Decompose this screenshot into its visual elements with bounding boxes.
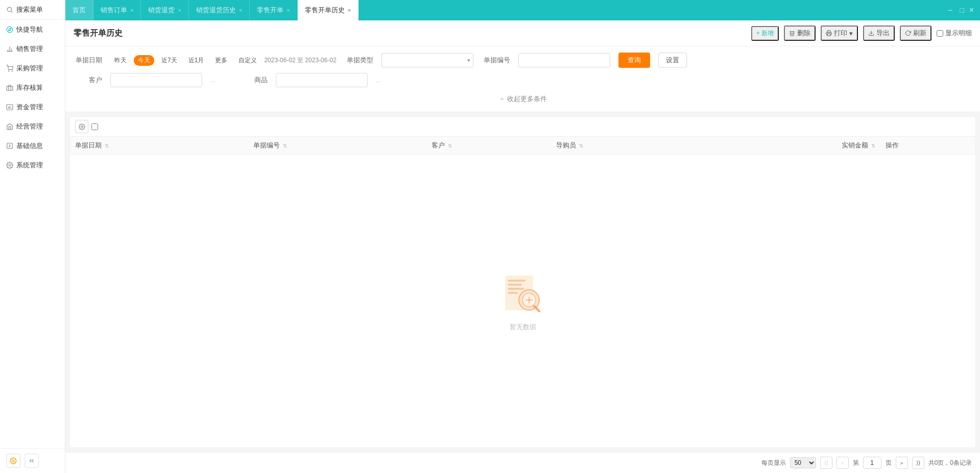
customer-label: 客户 xyxy=(74,76,102,85)
empty-icon xyxy=(497,270,548,316)
sidebar-item-purchase-mgmt[interactable]: 采购管理 xyxy=(0,59,65,78)
page-num-input[interactable] xyxy=(863,457,881,469)
query-button[interactable]: 查询 xyxy=(618,53,650,68)
page-size-select[interactable]: 50 10 20 100 xyxy=(790,457,816,468)
sidebar-item-sys-mgmt[interactable]: 系统管理 xyxy=(0,156,65,175)
display-detail-input[interactable] xyxy=(937,30,943,37)
tab-home[interactable]: 首页 xyxy=(65,0,93,20)
pagination: 每页显示 50 10 20 100 ⟨⟨ ＜ 第 页 ＞ ⟩⟩ 共0页，0条记录 xyxy=(65,452,980,473)
doc-num-input[interactable] xyxy=(518,53,610,67)
page-word: 页 xyxy=(886,459,892,467)
refresh-button[interactable]: 刷新 xyxy=(900,26,931,41)
table-settings-button[interactable] xyxy=(75,120,88,133)
page-title: 零售开单历史 xyxy=(74,28,123,39)
shopping-icon xyxy=(6,65,13,72)
doc-num-label: 单据编号 xyxy=(482,56,510,65)
svg-point-19 xyxy=(9,164,11,166)
refresh-icon xyxy=(905,30,911,36)
collapse-icon xyxy=(28,457,35,464)
sidebar-item-finance[interactable]: 资金管理 xyxy=(0,97,65,117)
svg-rect-21 xyxy=(827,34,830,36)
tab-close-retail-open[interactable]: × xyxy=(286,7,290,13)
sidebar-item-sales-mgmt[interactable]: 销售管理 xyxy=(0,39,65,59)
tab-sales-order[interactable]: 销售订单 × xyxy=(93,0,141,20)
tab-close-sales-return-history[interactable]: × xyxy=(239,7,242,13)
tab-close-retail-open-history[interactable]: × xyxy=(348,7,351,13)
page-header: 零售开单历史 + 新增 删除 打印 ▾ 导出 刷新 xyxy=(65,20,980,46)
export-button[interactable]: 导出 xyxy=(863,26,895,41)
date-label: 单据日期 xyxy=(74,56,102,65)
doc-type-label: 单据类型 xyxy=(345,56,373,65)
date-range: 2023-06-02 至 2023-06-02 xyxy=(264,56,336,65)
new-button[interactable]: + 新增 xyxy=(751,26,779,41)
sidebar-item-label: 资金管理 xyxy=(16,103,43,112)
next-page-btn[interactable]: ＞ xyxy=(896,457,908,469)
sidebar-search-label: 搜索菜单 xyxy=(16,5,43,14)
sidebar-collapse-button[interactable] xyxy=(25,454,39,468)
display-detail-checkbox[interactable]: 显示明细 xyxy=(937,29,972,38)
minimize-btn[interactable]: － xyxy=(946,5,954,16)
delete-button[interactable]: 删除 xyxy=(784,26,816,41)
sidebar-gear-button[interactable] xyxy=(6,454,20,468)
window-controls: － □ × xyxy=(946,5,980,16)
date-btn-today[interactable]: 今天 xyxy=(134,55,154,66)
settings-button[interactable]: 设置 xyxy=(658,53,687,68)
sidebar-item-label: 系统管理 xyxy=(16,161,43,170)
tab-bar: 首页 销售订单 × 销货退货 × 销货退货历史 × 零售开单 × 零售开单历史 … xyxy=(65,0,980,20)
svg-point-9 xyxy=(12,71,12,71)
close-btn[interactable]: × xyxy=(969,6,974,15)
chart-icon xyxy=(6,45,13,53)
table-gear-icon xyxy=(79,123,85,130)
svg-rect-27 xyxy=(508,288,524,290)
tab-close-sales-order[interactable]: × xyxy=(130,7,133,13)
tab-sales-return-history[interactable]: 销货退货历史 × xyxy=(189,0,250,20)
delete-icon xyxy=(789,30,795,36)
last-page-btn[interactable]: ⟩⟩ xyxy=(912,457,924,469)
info-icon xyxy=(6,142,13,150)
customer-input[interactable] xyxy=(110,73,202,87)
date-filter: 昨天 今天 近7天 近1月 更多 自定义 2023-06-02 至 2023-0… xyxy=(110,55,337,66)
sidebar-item-label: 销售管理 xyxy=(16,44,43,54)
goods-label: 商品 xyxy=(239,76,268,85)
page-word-before: 第 xyxy=(853,459,859,467)
col-guide: 导购员 ⇅ xyxy=(551,137,702,155)
col-amount: 实销金额 ⇅ xyxy=(702,137,880,155)
collapse-filter-btn[interactable]: 收起更多条件 xyxy=(74,92,972,106)
goods-input[interactable] xyxy=(276,73,368,87)
sort-icon-amount[interactable]: ⇅ xyxy=(871,143,875,148)
sidebar-item-quick-nav[interactable]: 快捷导航 xyxy=(0,20,65,39)
maximize-btn[interactable]: □ xyxy=(960,6,964,14)
sort-icon-num[interactable]: ⇅ xyxy=(283,143,287,148)
sort-icon-customer[interactable]: ⇅ xyxy=(448,143,452,148)
prev-page-btn[interactable]: ＜ xyxy=(836,457,849,469)
sidebar-item-label: 采购管理 xyxy=(16,64,43,73)
date-btn-custom[interactable]: 自定义 xyxy=(234,55,261,66)
sidebar-item-inventory[interactable]: 库存核算 xyxy=(0,78,65,97)
print-button[interactable]: 打印 ▾ xyxy=(821,26,858,41)
sort-icon-guide[interactable]: ⇅ xyxy=(579,143,583,148)
sidebar-item-base-info[interactable]: 基础信息 xyxy=(0,136,65,156)
select-all-checkbox[interactable] xyxy=(91,123,98,130)
toolbar: + 新增 删除 打印 ▾ 导出 刷新 xyxy=(751,26,972,41)
sort-icon-date[interactable]: ⇅ xyxy=(105,143,109,148)
date-btn-7days[interactable]: 近7天 xyxy=(157,55,181,66)
svg-point-8 xyxy=(9,71,9,71)
tab-sales-return[interactable]: 销货退货 × xyxy=(141,0,188,20)
page-size-label: 每页显示 xyxy=(761,459,786,467)
customer-more-icon[interactable]: ... xyxy=(210,77,216,84)
sidebar-item-operation[interactable]: 经营管理 xyxy=(0,117,65,136)
first-page-btn[interactable]: ⟨⟨ xyxy=(820,457,832,469)
tab-retail-open[interactable]: 零售开单 × xyxy=(250,0,297,20)
finance-icon xyxy=(6,104,13,111)
tab-retail-open-history[interactable]: 零售开单历史 × xyxy=(298,0,358,20)
col-date: 单据日期 ⇅ xyxy=(70,137,248,155)
date-btn-1month[interactable]: 近1月 xyxy=(184,55,208,66)
date-btn-yesterday[interactable]: 昨天 xyxy=(110,55,131,66)
tab-close-sales-return[interactable]: × xyxy=(178,7,181,13)
date-btn-more[interactable]: 更多 xyxy=(211,55,231,66)
goods-more-icon[interactable]: ... xyxy=(376,77,381,84)
col-num: 单据编号 ⇅ xyxy=(248,137,426,155)
doc-type-select[interactable] xyxy=(381,53,473,67)
filter-row-2: 客户 ... 商品 ... xyxy=(74,73,972,87)
sidebar-search[interactable]: 搜索菜单 xyxy=(0,0,65,20)
